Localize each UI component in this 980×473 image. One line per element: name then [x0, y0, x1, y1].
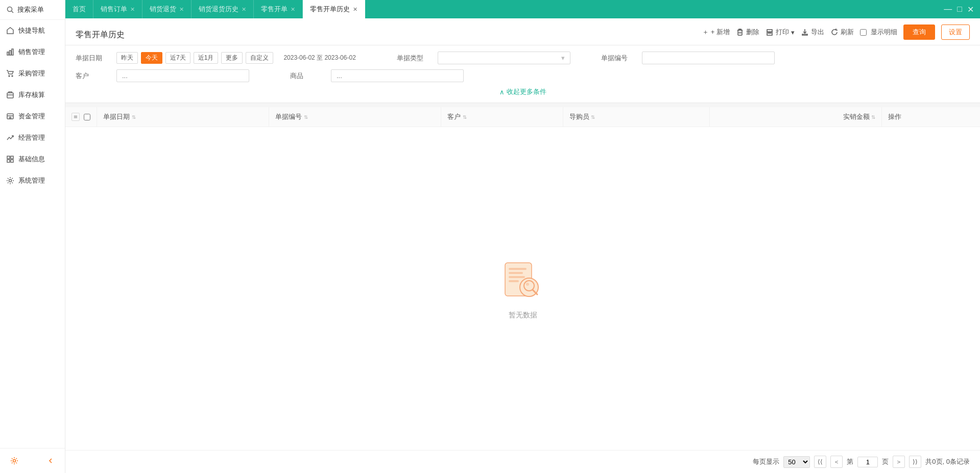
- sort-icon-no[interactable]: ⇅: [304, 114, 308, 120]
- next-page-button[interactable]: ＞: [893, 456, 905, 468]
- order-type-label: 单据类型: [397, 54, 427, 63]
- svg-rect-30: [509, 280, 519, 282]
- tab-bar-actions: — □ ✕: [944, 5, 980, 14]
- tab-sales-return[interactable]: 销货退货 ✕: [142, 0, 192, 18]
- svg-rect-22: [768, 33, 771, 33]
- empty-state-icon: [497, 258, 548, 304]
- select-all-checkbox[interactable]: [84, 114, 90, 120]
- date-btn-1month[interactable]: 近1月: [194, 52, 219, 64]
- tab-close-retail-open-history[interactable]: ✕: [353, 6, 357, 13]
- sidebar-item-operations[interactable]: 经营管理: [0, 127, 65, 148]
- last-page-button[interactable]: ⟩⟩: [909, 456, 921, 468]
- main-area: 首页 销售订单 ✕ 销货退货 ✕ 销货退货历史 ✕ 零售开单 ✕ 零售开单历史 …: [65, 0, 980, 473]
- page-label-prefix: 第: [847, 457, 853, 466]
- tab-close-retail-open[interactable]: ✕: [291, 6, 295, 13]
- sidebar-item-label: 经营管理: [18, 133, 45, 142]
- svg-rect-9: [7, 114, 13, 119]
- date-btn-today[interactable]: 今天: [141, 52, 162, 64]
- tab-retail-open[interactable]: 零售开单 ✕: [254, 0, 303, 18]
- bar-chart-icon: [6, 48, 14, 56]
- add-button[interactable]: ＋ + 新增: [702, 28, 730, 37]
- toolbar: ＋ + 新增 删除 打印 ▾: [702, 24, 970, 45]
- total-text: 共0页, 0条记录: [925, 457, 970, 466]
- svg-rect-18: [738, 30, 742, 35]
- show-detail-checkbox[interactable]: [860, 29, 867, 36]
- svg-point-16: [9, 180, 12, 182]
- print-button[interactable]: 打印 ▾: [766, 28, 795, 37]
- svg-rect-7: [7, 93, 13, 98]
- refresh-icon: [830, 28, 839, 36]
- filter-row-2: 客户 商品: [76, 69, 970, 82]
- tab-sales-order[interactable]: 销售订单 ✕: [93, 0, 142, 18]
- first-page-button[interactable]: ⟨⟨: [814, 456, 826, 468]
- sidebar-search[interactable]: 搜索采单: [0, 0, 65, 20]
- sidebar-collapse-button[interactable]: [43, 454, 58, 468]
- sidebar-item-sys-mgmt[interactable]: 系统管理: [0, 170, 65, 191]
- date-btn-custom[interactable]: 自定义: [246, 52, 273, 64]
- goods-input[interactable]: [331, 69, 464, 82]
- customer-input[interactable]: [116, 69, 249, 82]
- current-page-input[interactable]: [857, 457, 878, 467]
- collapse-icon: [46, 457, 55, 465]
- sidebar-item-inventory[interactable]: 库存核算: [0, 84, 65, 106]
- search-icon: [6, 6, 14, 14]
- svg-point-34: [526, 283, 529, 286]
- svg-point-6: [12, 76, 13, 77]
- column-settings-icon[interactable]: [71, 113, 80, 121]
- sort-icon-amount[interactable]: ⇅: [871, 114, 875, 120]
- box-icon: [6, 91, 14, 99]
- sort-icon-date[interactable]: ⇅: [132, 114, 136, 120]
- order-no-input[interactable]: [642, 52, 775, 64]
- date-btn-more[interactable]: 更多: [221, 52, 243, 64]
- add-icon: ＋: [702, 28, 709, 37]
- tab-close-sales-return-history[interactable]: ✕: [242, 6, 246, 13]
- collapse-row[interactable]: ∧ 收起更多条件: [76, 87, 970, 96]
- sort-icon-customer[interactable]: ⇅: [463, 114, 467, 120]
- show-detail-button[interactable]: 显示明细: [860, 28, 897, 37]
- per-page-label: 每页显示: [753, 457, 779, 466]
- col-customer: 客户 ⇅: [441, 107, 563, 127]
- customer-label: 客户: [76, 71, 106, 81]
- svg-rect-29: [509, 276, 525, 278]
- gear-button[interactable]: [7, 454, 21, 468]
- sidebar-item-finance[interactable]: 资金管理: [0, 106, 65, 127]
- delete-icon: [736, 28, 744, 36]
- tab-bar: 首页 销售订单 ✕ 销货退货 ✕ 销货退货历史 ✕ 零售开单 ✕ 零售开单历史 …: [65, 0, 980, 18]
- sidebar-item-sales-mgmt[interactable]: 销售管理: [0, 41, 65, 63]
- window-maximize-button[interactable]: □: [957, 5, 962, 14]
- tab-sales-return-history[interactable]: 销货退货历史 ✕: [192, 0, 254, 18]
- sidebar-item-quick-nav[interactable]: 快捷导航: [0, 20, 65, 41]
- per-page-select[interactable]: 50 100 200: [783, 456, 810, 468]
- tab-retail-open-history[interactable]: 零售开单历史 ✕: [303, 0, 365, 18]
- query-button[interactable]: 查询: [903, 24, 935, 40]
- sidebar-item-label: 资金管理: [18, 112, 45, 121]
- sort-icon-guide[interactable]: ⇅: [591, 114, 595, 120]
- order-type-select[interactable]: ▾: [438, 52, 570, 64]
- date-btn-7days[interactable]: 近7天: [165, 52, 190, 64]
- sidebar-item-base-info[interactable]: 基础信息: [0, 148, 65, 170]
- svg-rect-28: [509, 272, 523, 274]
- svg-rect-13: [11, 156, 13, 159]
- col-date: 单据日期 ⇅: [97, 107, 269, 127]
- order-type-dropdown-icon: ▾: [561, 54, 565, 62]
- window-minimize-button[interactable]: —: [944, 5, 952, 14]
- window-close-button[interactable]: ✕: [967, 5, 974, 14]
- print-dropdown-icon[interactable]: ▾: [791, 29, 795, 36]
- export-button[interactable]: 导出: [801, 28, 824, 37]
- tab-home[interactable]: 首页: [65, 0, 93, 18]
- tab-close-sales-return[interactable]: ✕: [179, 6, 184, 13]
- sidebar-item-label: 系统管理: [18, 176, 45, 185]
- date-filter-label: 单据日期: [76, 54, 106, 63]
- date-btn-yesterday[interactable]: 昨天: [116, 52, 138, 64]
- prev-page-button[interactable]: ＜: [830, 456, 843, 468]
- cart-icon: [6, 69, 14, 78]
- delete-button[interactable]: 删除: [736, 28, 759, 37]
- settings-button[interactable]: 设置: [941, 24, 970, 40]
- tab-close-sales-order[interactable]: ✕: [130, 6, 135, 13]
- sidebar-item-label: 库存核算: [18, 90, 45, 99]
- sidebar-item-purchase-mgmt[interactable]: 采购管理: [0, 63, 65, 84]
- refresh-button[interactable]: 刷新: [830, 28, 854, 37]
- grid-icon: [6, 155, 14, 163]
- svg-rect-15: [11, 160, 13, 162]
- settings-icon: [6, 177, 14, 185]
